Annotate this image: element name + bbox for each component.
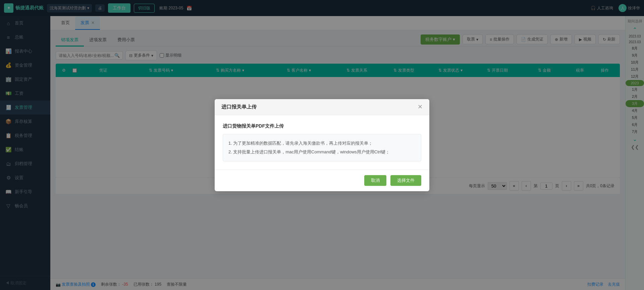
modal-overlay[interactable]: 进口报关单上传 ✕ 进口货物报关单PDF文件上传 1. 为了更加精准的数据匹配，… xyxy=(0,0,644,290)
modal-section-title: 进口货物报关单PDF文件上传 xyxy=(223,123,421,129)
modal-info-item-1: 2. 支持批量上传进口报关单，mac用户使用Command键，windows用户… xyxy=(228,148,416,156)
modal-footer: 取消 选择文件 xyxy=(215,169,429,191)
modal-cancel-btn[interactable]: 取消 xyxy=(364,175,386,186)
modal-dialog: 进口报关单上传 ✕ 进口货物报关单PDF文件上传 1. 为了更加精准的数据匹配，… xyxy=(215,99,429,191)
modal-close-btn[interactable]: ✕ xyxy=(418,104,423,110)
modal-info-box: 1. 为了更加精准的数据匹配，请先录入海关缴款书，再上传对应的报关单； 2. 支… xyxy=(223,134,421,161)
modal-body: 进口货物报关单PDF文件上传 1. 为了更加精准的数据匹配，请先录入海关缴款书，… xyxy=(215,115,429,169)
modal-title: 进口报关单上传 xyxy=(221,104,257,110)
modal-select-file-btn[interactable]: 选择文件 xyxy=(390,175,421,186)
modal-header: 进口报关单上传 ✕ xyxy=(215,99,429,115)
modal-info-item-0: 1. 为了更加精准的数据匹配，请先录入海关缴款书，再上传对应的报关单； xyxy=(228,139,416,148)
